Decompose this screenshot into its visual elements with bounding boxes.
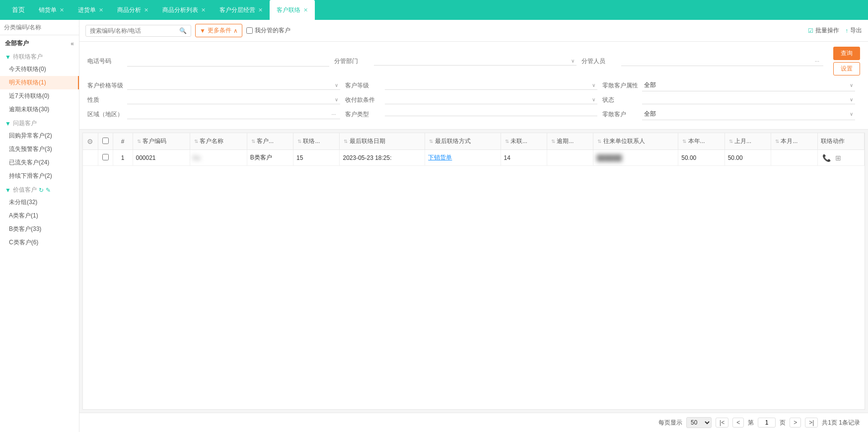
col-num: #: [113, 133, 133, 150]
sidebar-item-b-class[interactable]: B类客户(33): [0, 222, 79, 236]
settings-gear-icon[interactable]: ⚙: [87, 138, 93, 145]
sidebar-item-a-class[interactable]: A类客户(1): [0, 209, 79, 222]
sidebar-item-declining[interactable]: 持续下滑客户(2): [0, 169, 79, 183]
filter-gender-select[interactable]: ∨: [127, 95, 340, 104]
filter-price-level-cell: 客户价格等级 ∨: [87, 81, 345, 90]
row-checkbox-cell[interactable]: [98, 150, 113, 166]
filter-retail-attr-select[interactable]: 全部∨: [642, 79, 855, 91]
pending-contact-group: ▼ 待联络客户: [0, 50, 79, 63]
first-page-button[interactable]: |<: [716, 418, 728, 428]
filter-status-cell: 状态 ∨: [602, 95, 860, 104]
row-checkbox[interactable]: [102, 154, 109, 160]
filter-level-select[interactable]: ∨: [385, 81, 598, 90]
search-box: 🔍: [85, 25, 191, 37]
query-button[interactable]: 查询: [833, 47, 860, 60]
main-layout: 🔍 全部客户 « ▼ 待联络客户 今天待联络(0) 明天待联络(1) 近7天待联…: [0, 20, 868, 432]
row-last-date: 2023-05-23 18:25:: [340, 150, 425, 166]
last-method-link[interactable]: 下销货单: [428, 154, 452, 161]
filter-retail-customer-cell: 零散客户 全部∨: [602, 108, 860, 120]
filter-more-button[interactable]: ▼ 更多条件 ∧: [195, 24, 242, 37]
sidebar-item-churn-warning[interactable]: 流失预警客户(3): [0, 143, 79, 156]
bulk-action-button[interactable]: ☑ 批量操作: [808, 26, 839, 35]
filter-gender-cell: 性质 ∨: [87, 95, 345, 104]
sidebar-item-tomorrow-contact[interactable]: 明天待联络(1): [0, 76, 79, 89]
filter-region-select[interactable]: ···: [127, 110, 340, 119]
filter-region-label: 区域（地区）: [87, 110, 127, 119]
filter-retail-customer-select[interactable]: 全部∨: [642, 108, 855, 120]
row-unit-contact: ██████: [593, 150, 678, 166]
page-number-input[interactable]: [758, 418, 776, 428]
edit-value-icon[interactable]: ✎: [46, 187, 51, 194]
col-this-year: ⇅ 本年...: [678, 133, 724, 150]
filter-price-level-select[interactable]: ∨: [127, 81, 340, 90]
bulk-action-label: 批量操作: [815, 26, 839, 35]
filter-label: 更多条件: [208, 26, 231, 35]
col-code: ⇅ 客户编码: [133, 133, 190, 150]
filter-dept-select[interactable]: ∨: [374, 57, 576, 66]
filter-payment-cell: 收付款条件 ∨: [345, 95, 603, 104]
filter-status-select[interactable]: ∨: [642, 95, 855, 104]
sort-icon-method: ⇅: [429, 139, 433, 144]
row-contact-count: 15: [293, 150, 340, 166]
row-this-year: 50.00: [678, 150, 724, 166]
filter-status-label: 状态: [602, 96, 642, 104]
my-customer-checkbox-area: 我分管的客户: [246, 26, 290, 35]
col-checkbox[interactable]: [98, 133, 113, 150]
nav-customer-stratification[interactable]: 客户分层经营 ✕: [213, 0, 270, 20]
export-button[interactable]: ↑ 导出: [845, 26, 862, 35]
filter-person-label: 分管人员: [581, 57, 621, 66]
sort-icon-overdue: ⇅: [551, 139, 555, 144]
toolbar: 🔍 ▼ 更多条件 ∧ 我分管的客户 ☑ 批量操作 ↑ 导出: [79, 20, 868, 42]
per-page-select[interactable]: 50 100 200: [686, 417, 712, 428]
sidebar-item-7day-contact[interactable]: 近7天待联络(0): [0, 89, 79, 103]
reset-button[interactable]: 设置: [833, 62, 860, 75]
sidebar-item-ungrouped[interactable]: 未分组(32): [0, 196, 79, 209]
refresh-value-icon[interactable]: ↻: [39, 187, 44, 194]
action-grid-icon[interactable]: ⊞: [835, 154, 841, 162]
col-last-contact-date: ⇅ 最后联络日期: [340, 133, 425, 150]
prev-page-button[interactable]: <: [732, 418, 744, 428]
search-icon[interactable]: 🔍: [179, 27, 187, 34]
nav-sales-order[interactable]: 销货单 ✕: [32, 0, 71, 20]
row-last-method[interactable]: 下销货单: [425, 150, 501, 166]
sort-icon-year: ⇅: [682, 139, 686, 144]
filter-level-label: 客户等级: [345, 81, 385, 90]
sidebar-item-c-class[interactable]: C类客户(6): [0, 236, 79, 249]
nav-purchase-order[interactable]: 进货单 ✕: [71, 0, 110, 20]
col-type: ⇅ 客户...: [247, 133, 293, 150]
sidebar-item-churned[interactable]: 已流失客户(24): [0, 156, 79, 169]
sidebar-item-overdue-contact[interactable]: 逾期未联络(30): [0, 103, 79, 116]
nav-product-analysis-list[interactable]: 商品分析列表 ✕: [155, 0, 213, 20]
close-sales-order-icon[interactable]: ✕: [60, 7, 64, 13]
filter-price-level-label: 客户价格等级: [87, 81, 127, 90]
sidebar-item-repurchase-abnormal[interactable]: 回购异常客户(2): [0, 129, 79, 143]
close-purchase-order-icon[interactable]: ✕: [99, 7, 103, 13]
close-customer-stratification-icon[interactable]: ✕: [258, 7, 263, 13]
row-action-cell: 📞 ⊞: [817, 150, 865, 166]
col-this-month: ⇅ 本月...: [771, 133, 817, 150]
nav-product-analysis[interactable]: 商品分析 ✕: [110, 0, 155, 20]
filter-person-select[interactable]: ···: [621, 57, 823, 66]
nav-customer-contact[interactable]: 客户联络 ✕: [270, 0, 315, 20]
close-customer-contact-icon[interactable]: ✕: [303, 7, 308, 13]
last-page-button[interactable]: >|: [805, 418, 818, 428]
close-product-analysis-icon[interactable]: ✕: [144, 7, 148, 13]
action-phone-icon[interactable]: 📞: [822, 154, 831, 162]
sidebar-search-input[interactable]: [4, 24, 78, 31]
col-settings[interactable]: ⚙: [83, 133, 98, 150]
sidebar-collapse-icon[interactable]: «: [71, 40, 74, 47]
next-page-button[interactable]: >: [790, 418, 801, 428]
filter-payment-select[interactable]: ∨: [385, 95, 598, 104]
search-input[interactable]: [90, 27, 179, 34]
close-product-analysis-list-icon[interactable]: ✕: [201, 7, 206, 13]
sort-icon-no-contact: ⇅: [505, 139, 509, 144]
filter-phone-input[interactable]: [127, 56, 329, 67]
filter-retail-attr-cell: 零散客户属性 全部∨: [602, 79, 860, 91]
select-all-checkbox[interactable]: [102, 138, 109, 144]
sidebar-item-today-contact[interactable]: 今天待联络(0): [0, 63, 79, 76]
nav-home[interactable]: 首页: [5, 0, 32, 20]
filter-cust-type-select[interactable]: [385, 113, 598, 116]
filter-phone-cell: 电话号码: [87, 56, 334, 67]
filter-phone-label: 电话号码: [87, 57, 127, 66]
my-customer-checkbox[interactable]: [246, 27, 253, 34]
